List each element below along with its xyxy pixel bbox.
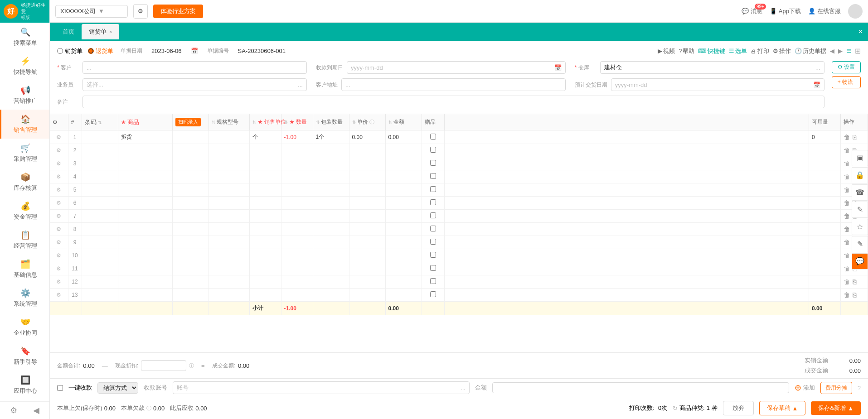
delete-icon[interactable]: 🗑 (844, 160, 850, 167)
row-remark[interactable] (444, 170, 809, 183)
row-goods[interactable] (118, 275, 172, 289)
row-price[interactable] (349, 236, 385, 249)
add-row-icon[interactable]: ⊕ (795, 383, 801, 393)
row-gift[interactable] (422, 223, 444, 236)
scan-btn[interactable]: 扫码录入 (175, 118, 201, 126)
float-btn-orange[interactable]: 💬 (852, 253, 868, 270)
row-settings[interactable]: ⚙ (50, 183, 68, 197)
row-barcode[interactable] (82, 236, 118, 249)
expense-help-icon[interactable]: ? (858, 385, 861, 391)
nav-next-icon[interactable]: ▶ (838, 48, 843, 54)
delete-icon[interactable]: 🗑 (844, 147, 850, 154)
row-unit[interactable] (249, 236, 281, 249)
delete-icon[interactable]: 🗑 (844, 226, 850, 233)
row-amount[interactable]: 0.00 (385, 130, 422, 144)
row-qty[interactable] (281, 249, 313, 262)
receipt-due-input[interactable]: yyyy-mm-dd 📅 (347, 61, 566, 74)
float-btn-1[interactable]: ▣ (852, 150, 868, 166)
float-btn-2[interactable]: 🔒 (852, 167, 868, 183)
delete-icon[interactable]: 🗑 (844, 291, 850, 299)
row-price[interactable] (349, 144, 385, 157)
row-settings[interactable]: ⚙ (50, 157, 68, 170)
row-price[interactable] (349, 223, 385, 236)
row-remark[interactable] (444, 144, 809, 157)
choose-link[interactable]: ☰ 选单 (729, 47, 747, 55)
row-settings[interactable]: ⚙ (50, 210, 68, 223)
salesman-input[interactable]: 选择... ... (82, 78, 307, 91)
sidebar-item-purchase[interactable]: 🛒 采购管理 (0, 139, 49, 168)
calendar-icon2[interactable]: 📅 (554, 64, 562, 71)
delete-icon[interactable]: 🗑 (844, 212, 850, 220)
row-amount[interactable] (385, 249, 422, 262)
row-price[interactable] (349, 210, 385, 223)
row-price[interactable] (349, 183, 385, 197)
row-unit[interactable] (249, 157, 281, 170)
row-unit[interactable] (249, 170, 281, 183)
delete-icon[interactable]: 🗑 (844, 186, 850, 193)
discount-input[interactable] (141, 360, 186, 371)
th-settings[interactable]: ⚙ (50, 114, 68, 130)
row-barcode[interactable] (82, 144, 118, 157)
row-pkgqty[interactable] (313, 275, 349, 289)
history-link[interactable]: 🕐 历史单据 (795, 47, 826, 55)
float-btn-6[interactable]: ✎ (852, 236, 868, 252)
row-price[interactable] (349, 249, 385, 262)
row-unit[interactable] (249, 210, 281, 223)
app-download-button[interactable]: 📱 App下载 (770, 7, 801, 15)
th-scan[interactable]: 扫码录入 (172, 114, 209, 130)
sidebar-item-inventory[interactable]: 📦 库存核算 (0, 168, 49, 197)
company-selector[interactable]: XXXXXX公司 ▼ (55, 5, 128, 18)
row-amount[interactable] (385, 170, 422, 183)
row-spec[interactable] (209, 183, 249, 197)
row-price[interactable] (349, 289, 385, 302)
row-barcode[interactable] (82, 210, 118, 223)
row-unit[interactable]: 个 (249, 130, 281, 144)
delete-icon[interactable]: 🗑 (844, 239, 850, 246)
sidebar-item-marketing[interactable]: 📢 营销推广 (0, 81, 49, 110)
logistics-button[interactable]: + 物流 (832, 76, 861, 88)
calendar-icon3[interactable]: 📅 (813, 82, 820, 88)
row-pkgqty[interactable] (313, 249, 349, 262)
row-remark[interactable] (444, 289, 809, 302)
one-click-pay-checkbox[interactable] (57, 385, 63, 391)
row-spec[interactable] (209, 249, 249, 262)
customer-addr-input[interactable]: ... (341, 78, 566, 91)
row-settings[interactable]: ⚙ (50, 275, 68, 289)
message-button[interactable]: 💬 消息 99+ (742, 7, 762, 15)
row-spec[interactable] (209, 223, 249, 236)
view-grid-icon[interactable]: ⊞ (855, 47, 861, 55)
row-settings[interactable]: ⚙ (50, 197, 68, 210)
row-barcode[interactable] (82, 183, 118, 197)
row-amount[interactable] (385, 223, 422, 236)
sidebar-item-guide[interactable]: 🔖 新手引导 (0, 342, 49, 371)
sidebar-item-operations[interactable]: 📋 经营管理 (0, 226, 49, 255)
row-spec[interactable] (209, 236, 249, 249)
row-settings[interactable]: ⚙ (50, 130, 68, 144)
delete-icon[interactable]: 🗑 (844, 134, 850, 141)
copy-icon[interactable]: ⎘ (853, 278, 856, 285)
row-amount[interactable] (385, 262, 422, 275)
row-price[interactable] (349, 157, 385, 170)
sidebar-item-sales[interactable]: 🏠 销售管理 (0, 110, 49, 139)
sidebar-item-app-center[interactable]: 🔲 应用中心 (0, 371, 49, 400)
copy-icon[interactable]: ⎘ (853, 291, 856, 299)
row-settings[interactable]: ⚙ (50, 289, 68, 302)
sidebar-item-basic[interactable]: 🗂️ 基础信息 (0, 255, 49, 284)
row-qty[interactable] (281, 223, 313, 236)
help-link[interactable]: ? 帮助 (679, 47, 694, 55)
expense-btn[interactable]: 费用分摊 (820, 382, 852, 394)
row-goods[interactable] (118, 249, 172, 262)
row-remark[interactable] (444, 223, 809, 236)
row-qty[interactable] (281, 197, 313, 210)
row-gift[interactable] (422, 289, 444, 302)
settings-gear-button[interactable]: ⚙ (133, 4, 148, 19)
row-remark[interactable] (444, 130, 809, 144)
row-barcode[interactable] (82, 289, 118, 302)
collapse-icon[interactable]: ◀ (33, 405, 39, 415)
calendar-icon[interactable]: 📅 (191, 48, 198, 54)
row-pkgqty[interactable] (313, 223, 349, 236)
row-price[interactable] (349, 170, 385, 183)
delete-icon[interactable]: 🗑 (844, 265, 850, 272)
row-qty[interactable] (281, 289, 313, 302)
row-unit[interactable] (249, 289, 281, 302)
